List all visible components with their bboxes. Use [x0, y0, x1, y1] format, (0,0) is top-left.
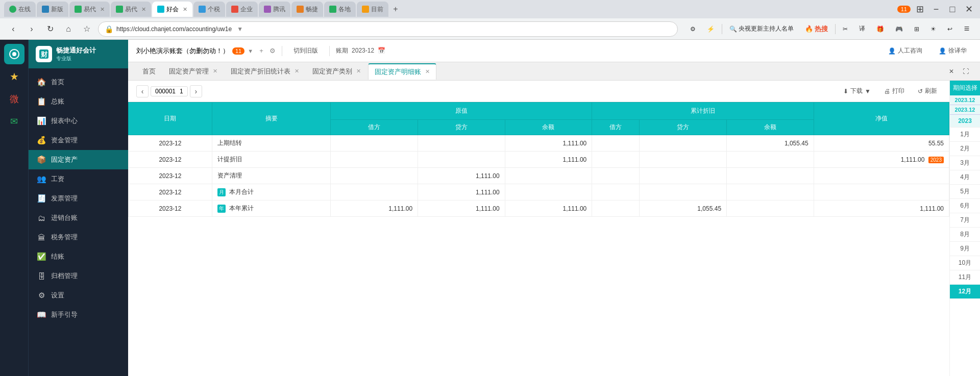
period-year-2023[interactable]: 2023: [950, 115, 980, 128]
print-btn[interactable]: 🖨 打印: [880, 85, 909, 97]
new-tab-button[interactable]: +: [389, 3, 402, 15]
sidebar-item-inventory[interactable]: 🗂 进销台账: [29, 208, 128, 228]
period-month-8[interactable]: 8月: [950, 228, 980, 242]
row0-yz-debit: [331, 135, 418, 152]
theme-btn[interactable]: ☀: [926, 22, 940, 36]
browser-extensions-btn[interactable]: ⊞: [913, 2, 927, 16]
back-button[interactable]: ‹: [6, 22, 20, 36]
page-tab-fixed-mgmt-label: 固定资产管理: [169, 67, 209, 76]
page-tab-fixed-detail-close[interactable]: ✕: [425, 68, 430, 75]
app-header: 刘小艳演示账套（勿删勿动！） 11 ▼ + ⚙ 切到旧版 账期 2023-12 …: [128, 40, 980, 62]
sidebar-item-settings[interactable]: ⚙ 设置: [29, 286, 128, 305]
browser-tab-geshui[interactable]: 个税: [193, 2, 225, 17]
period-selected-top[interactable]: 2023.12: [950, 95, 980, 105]
forward-button[interactable]: ›: [24, 22, 39, 36]
hot-search-btn[interactable]: 🔥 热搜: [801, 22, 832, 36]
browser-tab-haohui-close[interactable]: ✕: [183, 6, 187, 13]
period-month-2[interactable]: 2月: [950, 142, 980, 156]
page-tab-fixed-mgmt[interactable]: 固定资产管理 ✕: [163, 64, 224, 79]
icon-bar-star[interactable]: ★: [4, 66, 24, 87]
game-btn[interactable]: 🎮: [891, 22, 907, 36]
next-page-btn[interactable]: ›: [190, 85, 202, 97]
browser-tab-haohui[interactable]: 好会 ✕: [152, 2, 192, 17]
browser-close-btn[interactable]: ✕: [962, 2, 976, 16]
browser-tab-online[interactable]: 在线: [4, 2, 36, 17]
user-btn[interactable]: 👤 徐译华: [934, 44, 972, 57]
period-month-9[interactable]: 9月: [950, 242, 980, 256]
grid-btn[interactable]: ⊞: [910, 22, 923, 36]
page-tab-fixed-dep-stat[interactable]: 固定资产折旧统计表 ✕: [225, 64, 305, 79]
browser-tab-yidai2-close[interactable]: ✕: [141, 6, 146, 13]
icon-bar-main[interactable]: [4, 44, 24, 64]
period-month-5[interactable]: 5月: [950, 185, 980, 199]
period-month-1[interactable]: 1月: [950, 128, 980, 142]
browser-tab-tencent[interactable]: 腾讯: [259, 2, 290, 17]
row3-yz-debit: [331, 184, 418, 200]
help-icon: 👤: [888, 47, 896, 55]
browser-menu-btn[interactable]: ≡: [960, 22, 974, 36]
sidebar-item-ledger[interactable]: 📋 总账: [29, 92, 128, 111]
browser-tab-new[interactable]: 新版: [37, 2, 68, 17]
sidebar-item-guide[interactable]: 📖 新手引导: [29, 305, 128, 324]
browser-tab-gedi[interactable]: 各地: [324, 2, 356, 17]
sidebar-item-home[interactable]: 🏠 首页: [29, 72, 128, 92]
browser-tool-lightning[interactable]: ⚡: [703, 22, 719, 36]
sidebar-item-payroll[interactable]: 👥 工资: [29, 169, 128, 189]
sidebar-item-checkout[interactable]: ✅ 结账: [29, 247, 128, 266]
browser-tab-yidai1-close[interactable]: ✕: [100, 6, 105, 13]
prev-page-btn[interactable]: ‹: [136, 85, 149, 97]
page-tab-fixed-dep-stat-close[interactable]: ✕: [295, 68, 299, 74]
period-month-6[interactable]: 6月: [950, 199, 980, 213]
sidebar-label-inventory: 进销台账: [51, 213, 78, 222]
browser-tab-changjie-label: 畅捷: [306, 5, 318, 14]
calendar-icon[interactable]: 📅: [378, 47, 385, 54]
period-month-3[interactable]: 3月: [950, 156, 980, 170]
sidebar-item-archive[interactable]: 🗄 归档管理: [29, 266, 128, 286]
translate-btn[interactable]: 译: [855, 22, 869, 36]
browser-minimize-btn[interactable]: −: [929, 2, 943, 16]
scissors-btn[interactable]: ✂: [839, 22, 852, 36]
period-month-10[interactable]: 10月: [950, 256, 980, 270]
sidebar-item-invoice[interactable]: 🧾 发票管理: [29, 189, 128, 208]
close-tab-btn[interactable]: ✕: [945, 65, 958, 78]
page-tab-home[interactable]: 首页: [136, 64, 162, 79]
browser-tab-muqian[interactable]: 目前: [357, 2, 388, 17]
page-tab-fixed-cat-close[interactable]: ✕: [356, 68, 361, 74]
period-month-12[interactable]: 12月: [950, 285, 980, 299]
home-nav-button[interactable]: ⌂: [61, 22, 76, 36]
browser-tab-enterprise[interactable]: 企业: [226, 2, 258, 17]
undo-btn[interactable]: ↩: [943, 22, 957, 36]
address-box[interactable]: 🔒 https://cloud.chanjet.com/accounting/u…: [98, 21, 678, 37]
icon-bar-mail[interactable]: ✉: [4, 111, 24, 132]
refresh-btn[interactable]: ↺ 刷新: [914, 85, 941, 97]
icon-bar-weibo[interactable]: 微: [4, 89, 24, 109]
period-month-11[interactable]: 11月: [950, 270, 980, 285]
browser-maximize-btn[interactable]: □: [945, 2, 960, 16]
download-btn[interactable]: ⬇ 下载 ▼: [839, 85, 875, 97]
help-btn[interactable]: 👤 人工咨询: [883, 44, 927, 57]
sidebar-item-fixed[interactable]: 📦 固定资产: [29, 150, 128, 169]
sidebar-item-report[interactable]: 📊 报表中心: [29, 111, 128, 131]
browser-tab-changjie[interactable]: 畅捷: [291, 2, 323, 17]
browser-tab-yidai2[interactable]: 易代 ✕: [111, 2, 151, 17]
period-month-4[interactable]: 4月: [950, 170, 980, 185]
maximize-tab-btn[interactable]: ⛶: [960, 65, 972, 78]
settings-quick-btn[interactable]: ⚙: [270, 47, 276, 55]
page-tab-fixed-detail[interactable]: 固定资产明细账 ✕: [368, 63, 436, 80]
browser-tab-yidai1[interactable]: 易代 ✕: [69, 2, 110, 17]
cut-to-old-btn[interactable]: 切到旧版: [288, 44, 323, 57]
page-tab-fixed-cat[interactable]: 固定资产类别 ✕: [306, 64, 367, 79]
sidebar-item-tax[interactable]: 🏛 税务管理: [29, 228, 128, 247]
period-month-7[interactable]: 7月: [950, 213, 980, 228]
bookmark-button[interactable]: ☆: [80, 22, 94, 36]
account-dropdown-icon[interactable]: ▼: [248, 48, 253, 54]
wallet-btn[interactable]: 🎁: [872, 22, 888, 36]
browser-tool-extensions[interactable]: ⚙: [686, 22, 700, 36]
reload-button[interactable]: ↻: [43, 22, 57, 36]
search-box[interactable]: 🔍 央视更新主持人名单: [725, 22, 798, 36]
period-selected-bottom[interactable]: 2023.12: [950, 105, 980, 115]
sidebar-item-fund[interactable]: 💰 资金管理: [29, 131, 128, 150]
notification-badge[interactable]: 11: [897, 6, 911, 13]
page-tab-fixed-mgmt-close[interactable]: ✕: [213, 68, 217, 74]
add-account-btn[interactable]: +: [259, 47, 263, 55]
